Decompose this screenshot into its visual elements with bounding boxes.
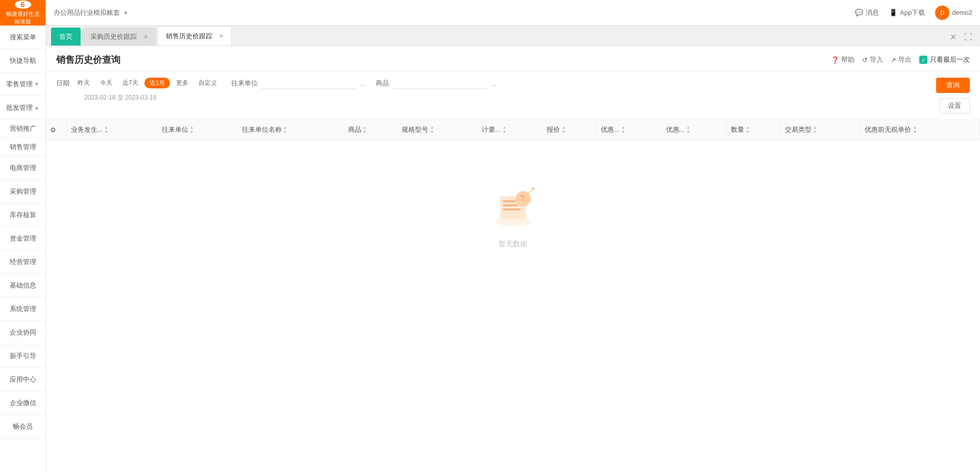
sidebar-item-label: 批发管理: [6, 103, 33, 112]
sort-icon: ▲▼: [283, 125, 287, 134]
table-col-quantity[interactable]: 数量 ▲▼: [726, 120, 780, 140]
close-window-icon[interactable]: ✕: [947, 31, 959, 43]
logo-subtext: 标准版: [14, 18, 31, 25]
tab-home[interactable]: 首页: [51, 28, 81, 45]
sidebar-item-new-guide[interactable]: 新手引导: [0, 344, 45, 368]
logo-text: 畅捷通好生意: [6, 10, 40, 17]
window-controls: ✕ ⛶: [947, 31, 975, 45]
sort-icon: ▲▼: [913, 125, 917, 134]
date-btn-more[interactable]: 更多: [172, 78, 192, 88]
svg-rect-4: [503, 208, 521, 210]
sidebar-item-operations[interactable]: 经营管理: [0, 250, 45, 274]
sidebar-item-label: 资金管理: [10, 234, 36, 243]
maximize-window-icon[interactable]: ⛶: [962, 32, 975, 43]
empty-illustration: ?: [487, 181, 538, 232]
filter-action-group: 查询 设置: [936, 78, 970, 113]
only-last-checkbox-group[interactable]: ✓ 只看最后一次: [919, 55, 970, 64]
date-btn-1month[interactable]: 近1月: [144, 78, 170, 88]
table-col-discount2[interactable]: 优惠... ▲▼: [662, 120, 726, 140]
table-col-spec[interactable]: 规格型号 ▲▼: [398, 120, 478, 140]
sidebar-item-search-menu[interactable]: 搜索菜单: [0, 26, 45, 49]
date-filter-group: 日期 昨天 今天 近7天 近1月 更多 自定义 2023-02-18 至 202…: [56, 78, 221, 102]
from-unit-dots[interactable]: ...: [360, 80, 365, 87]
avatar: D: [935, 6, 949, 20]
topbar-left: 办公用品行业模拟账套 ▾: [54, 8, 127, 17]
sidebar-item-label: 电商管理: [10, 163, 36, 173]
sort-icon: ▲▼: [190, 125, 194, 134]
date-btn-7days[interactable]: 近7天: [118, 78, 142, 88]
sidebar-item-basic-info[interactable]: 基础信息: [0, 274, 45, 297]
topbar-right: 💬 消息 📱 App下载 D demo2: [855, 6, 972, 20]
date-btn-custom[interactable]: 自定义: [194, 78, 221, 88]
sidebar-item-ecommerce[interactable]: 电商管理: [0, 156, 45, 180]
tab-sales-history[interactable]: 销售历史价跟踪 ✕: [158, 26, 232, 45]
tab-purchase-history-label: 采购历史价跟踪: [90, 32, 137, 41]
page-content: 销售历史价查询 ❓ 帮助 ↺ 导入 ↗ 导出 ✓ 只看最后一次: [46, 46, 980, 472]
help-btn[interactable]: ❓ 帮助: [831, 55, 854, 64]
topbar-dropdown-icon[interactable]: ▾: [124, 9, 127, 16]
sidebar: 6 畅捷通好生意 标准版 搜索菜单 快捷导航 零售管理 ▼ 批发管理 ▲ 营销推…: [0, 0, 46, 472]
date-label: 日期: [56, 79, 69, 88]
table-col-price[interactable]: 报价 ▲▼: [543, 120, 597, 140]
export-icon: ↗: [891, 56, 896, 64]
tab-purchase-history-close[interactable]: ✕: [143, 34, 148, 40]
sidebar-item-retail-mgmt[interactable]: 零售管理 ▼: [0, 73, 45, 96]
sidebar-item-wholesale-mgmt[interactable]: 批发管理 ▲: [0, 96, 45, 120]
chevron-down-icon: ▼: [34, 81, 39, 87]
sidebar-item-sales-mgmt[interactable]: 销售管理: [0, 138, 45, 156]
page-title: 销售历史价查询: [56, 54, 120, 66]
date-range-display: 2023-02-18 至 2023-03-18: [84, 94, 156, 101]
goods-input[interactable]: [393, 78, 487, 89]
only-last-checkbox[interactable]: ✓: [919, 56, 927, 64]
sidebar-item-system-mgmt[interactable]: 系统管理: [0, 297, 45, 321]
sidebar-item-vip[interactable]: 畅会员: [0, 415, 45, 438]
date-btn-today[interactable]: 今天: [96, 78, 116, 88]
sidebar-item-label: 新手引导: [10, 351, 36, 361]
app-download-btn[interactable]: 📱 App下载: [889, 8, 925, 17]
sort-icon: ▲▼: [430, 125, 434, 134]
goods-dots[interactable]: ...: [491, 80, 497, 87]
table-col-trade-type[interactable]: 交易类型 ▲▼: [780, 120, 861, 140]
topbar: 办公用品行业模拟账套 ▾ 💬 消息 📱 App下载 D demo2: [46, 0, 980, 26]
sidebar-item-wechat[interactable]: 企业微信: [0, 391, 45, 415]
sidebar-item-purchase-mgmt[interactable]: 采购管理: [0, 180, 45, 203]
sidebar-item-app-center[interactable]: 应用中心: [0, 368, 45, 391]
import-icon: ↺: [862, 56, 868, 64]
empty-state: ? 暂无数据: [46, 140, 980, 290]
svg-rect-3: [503, 204, 518, 206]
sidebar-item-label: 企业协同: [10, 328, 36, 337]
user-avatar-btn[interactable]: D demo2: [935, 6, 972, 20]
table-col-biz-date[interactable]: 业务发生... ▲▼: [66, 120, 157, 140]
page-header: 销售历史价查询 ❓ 帮助 ↺ 导入 ↗ 导出 ✓ 只看最后一次: [46, 46, 980, 72]
table-col-unit[interactable]: 计量... ▲▼: [478, 120, 543, 140]
export-btn[interactable]: ↗ 导出: [891, 55, 912, 64]
tab-home-label: 首页: [59, 32, 72, 41]
svg-point-8: [532, 187, 535, 190]
sidebar-item-label: 营销推广: [10, 124, 36, 133]
sidebar-item-quick-nav[interactable]: 快捷导航: [0, 49, 45, 73]
table-col-pretax-price[interactable]: 优惠前无税单价 ▲▼: [861, 120, 980, 140]
app-title: 办公用品行业模拟账套: [54, 8, 120, 17]
sidebar-item-marketing[interactable]: 营销推广: [0, 120, 45, 138]
sidebar-item-finance[interactable]: 资金管理: [0, 227, 45, 250]
table-col-unit-name[interactable]: 往来单位名称 ▲▼: [237, 120, 344, 140]
message-btn[interactable]: 💬 消息: [855, 8, 879, 17]
from-unit-input[interactable]: [262, 78, 356, 89]
table-col-goods[interactable]: 商品 ▲▼: [344, 120, 398, 140]
sidebar-item-inventory[interactable]: 库存核算: [0, 203, 45, 227]
sidebar-item-enterprise[interactable]: 企业协同: [0, 321, 45, 344]
table-col-discount1[interactable]: 优惠... ▲▼: [597, 120, 662, 140]
tab-purchase-history[interactable]: 采购历史价跟踪 ✕: [82, 28, 156, 45]
date-btn-yesterday[interactable]: 昨天: [74, 78, 94, 88]
table-col-unit-code[interactable]: 往来单位 ▲▼: [157, 120, 237, 140]
message-icon: 💬: [855, 9, 863, 16]
sort-icon: ▲▼: [813, 125, 817, 134]
from-unit-label: 往来单位: [231, 79, 258, 88]
tab-sales-history-close[interactable]: ✕: [219, 33, 224, 39]
setting-button[interactable]: 设置: [939, 98, 970, 113]
query-button[interactable]: 查询: [936, 78, 970, 93]
sidebar-item-label: 企业微信: [10, 398, 36, 408]
sort-icon: ▲▼: [561, 125, 566, 134]
table-col-gear[interactable]: ⚙: [46, 120, 66, 140]
import-btn[interactable]: ↺ 导入: [862, 55, 883, 64]
